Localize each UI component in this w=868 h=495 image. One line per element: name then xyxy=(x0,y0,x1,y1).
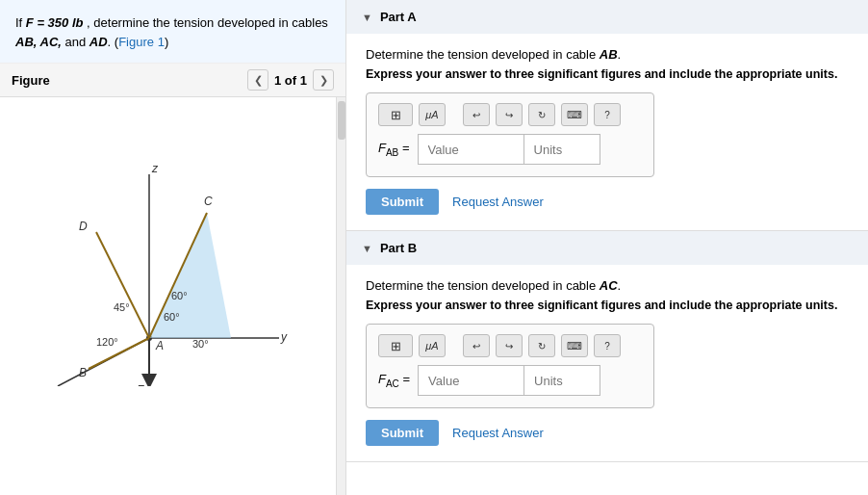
part-a-submit-button[interactable]: Submit xyxy=(366,189,439,215)
part-b-submit-button[interactable]: Submit xyxy=(366,420,439,446)
undo-icon-b: ↩ xyxy=(472,341,480,352)
svg-text:x: x xyxy=(41,383,49,386)
cable-ad: AD xyxy=(89,35,108,49)
part-a-arrow: ▼ xyxy=(362,12,372,23)
refresh-icon-b: ↻ xyxy=(538,341,546,352)
next-figure-button[interactable]: ❯ xyxy=(313,69,334,91)
prev-figure-button[interactable]: ❮ xyxy=(247,69,268,91)
undo-button-b[interactable]: ↩ xyxy=(463,334,490,357)
svg-text:60°: 60° xyxy=(171,290,188,301)
figure-label: Figure xyxy=(12,73,50,88)
refresh-button-b[interactable]: ↻ xyxy=(528,334,555,357)
part-b-header[interactable]: ▼ Part B xyxy=(346,231,868,265)
svg-text:30°: 30° xyxy=(192,338,209,350)
part-a-label: Part A xyxy=(380,10,417,24)
redo-icon-a: ↪ xyxy=(505,110,513,120)
undo-button-a[interactable]: ↩ xyxy=(463,103,490,126)
part-a-request-link[interactable]: Request Answer xyxy=(452,195,544,209)
redo-button-b[interactable]: ↪ xyxy=(496,334,523,357)
part-a-units-input[interactable] xyxy=(523,134,600,165)
part-b-input-row: FAC = xyxy=(378,365,642,396)
part-a-instruction: Determine the tension developed in cable… xyxy=(366,47,849,62)
svg-text:z: z xyxy=(151,162,159,175)
part-a-answer-box: ⊞ μA ↩ ↪ ↻ ⌨ xyxy=(366,92,654,177)
help-button-b[interactable]: ? xyxy=(594,334,621,357)
redo-button-a[interactable]: ↪ xyxy=(496,103,523,126)
left-panel: If F = 350 lb , determine the tension de… xyxy=(0,0,346,495)
part-b-content: Determine the tension developed in cable… xyxy=(346,265,868,461)
svg-text:A: A xyxy=(155,339,164,352)
part-b-instruction: Determine the tension developed in cable… xyxy=(366,278,849,293)
help-button-a[interactable]: ? xyxy=(594,103,621,126)
part-b-arrow: ▼ xyxy=(362,243,372,254)
mu-icon-b: μA xyxy=(425,340,438,352)
svg-text:F: F xyxy=(137,383,144,386)
help-icon-b: ? xyxy=(604,341,610,352)
part-a-cable: AB xyxy=(600,47,618,62)
svg-text:y: y xyxy=(280,330,288,344)
figure-section: Figure ❮ 1 of 1 ❯ z y x xyxy=(0,64,345,495)
svg-text:60°: 60° xyxy=(164,311,180,323)
part-a-action-row: Submit Request Answer xyxy=(366,189,849,215)
part-b-answer-box: ⊞ μA ↩ ↪ ↻ ⌨ xyxy=(366,324,654,408)
svg-text:D: D xyxy=(79,220,88,233)
mu-button-a[interactable]: μA xyxy=(419,103,446,126)
keyboard-icon-b: ⌨ xyxy=(567,340,582,352)
part-a-content: Determine the tension developed in cable… xyxy=(346,34,868,230)
grid-icon-button-b[interactable]: ⊞ xyxy=(378,334,413,357)
figure-page: 1 of 1 xyxy=(274,73,307,88)
figure-header: Figure ❮ 1 of 1 ❯ xyxy=(0,64,345,97)
part-b-request-link[interactable]: Request Answer xyxy=(452,426,544,440)
refresh-icon-a: ↻ xyxy=(538,110,546,120)
part-b-action-row: Submit Request Answer xyxy=(366,420,849,446)
part-a-section: ▼ Part A Determine the tension developed… xyxy=(346,0,868,231)
part-a-header[interactable]: ▼ Part A xyxy=(346,0,868,34)
undo-icon-a: ↩ xyxy=(472,110,480,120)
part-b-units-input[interactable] xyxy=(523,365,600,396)
problem-text: If F = 350 lb , determine the tension de… xyxy=(0,0,345,64)
part-a-instruction-bold: Express your answer to three significant… xyxy=(366,67,849,81)
right-panel: ▼ Part A Determine the tension developed… xyxy=(346,0,868,495)
part-a-input-row: FAB = xyxy=(378,134,642,165)
part-a-value-input[interactable] xyxy=(418,134,523,165)
keyboard-icon-a: ⌨ xyxy=(567,109,582,121)
help-icon-a: ? xyxy=(604,110,610,120)
refresh-button-a[interactable]: ↻ xyxy=(528,103,555,126)
svg-text:C: C xyxy=(204,195,213,208)
scrollbar[interactable] xyxy=(336,97,345,495)
svg-text:120°: 120° xyxy=(96,336,118,348)
part-b-input-label: FAC = xyxy=(378,372,410,389)
figure-nav: ❮ 1 of 1 ❯ xyxy=(247,69,334,91)
figure-link[interactable]: Figure 1 xyxy=(118,35,165,49)
part-a-toolbar: ⊞ μA ↩ ↪ ↻ ⌨ xyxy=(378,103,642,126)
redo-icon-b: ↪ xyxy=(505,341,513,352)
grid-icon-button-a[interactable]: ⊞ xyxy=(378,103,413,126)
svg-text:45°: 45° xyxy=(114,301,130,313)
part-a-input-label: FAB = xyxy=(378,141,410,158)
figure-canvas: z y x A D C xyxy=(0,97,345,495)
cable-ab: AB, AC, xyxy=(15,35,62,49)
part-b-cable: AC xyxy=(600,278,618,293)
problem-statement: If F = 350 lb , determine the tension de… xyxy=(15,15,328,49)
grid-icon-a: ⊞ xyxy=(391,108,401,122)
svg-marker-8 xyxy=(149,213,231,338)
keyboard-button-b[interactable]: ⌨ xyxy=(561,334,588,357)
part-b-label: Part B xyxy=(380,241,417,255)
mu-icon-a: μA xyxy=(425,109,438,120)
force-variable: F = 350 lb xyxy=(26,15,84,30)
part-b-toolbar: ⊞ μA ↩ ↪ ↻ ⌨ xyxy=(378,334,642,357)
part-b-section: ▼ Part B Determine the tension developed… xyxy=(346,231,868,462)
part-b-value-input[interactable] xyxy=(418,365,523,396)
svg-line-9 xyxy=(96,232,149,338)
svg-text:B: B xyxy=(79,366,87,379)
grid-icon-b: ⊞ xyxy=(391,339,401,353)
scrollbar-thumb[interactable] xyxy=(338,101,345,140)
figure-svg: z y x A D C xyxy=(0,97,327,386)
part-b-instruction-bold: Express your answer to three significant… xyxy=(366,299,849,312)
mu-button-b[interactable]: μA xyxy=(419,334,446,357)
keyboard-button-a[interactable]: ⌨ xyxy=(561,103,588,126)
